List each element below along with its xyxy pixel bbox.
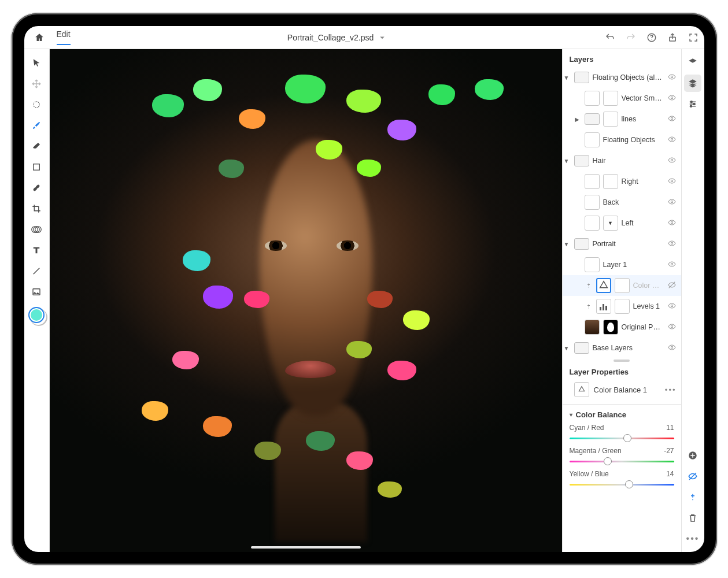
fullscreen-icon[interactable] [688, 32, 699, 43]
mask-thumb [603, 320, 618, 335]
visibility-toggle[interactable] [667, 239, 678, 250]
slider-value: 11 [666, 424, 674, 432]
visibility-toggle[interactable] [667, 114, 678, 125]
brush-tool[interactable] [27, 116, 46, 135]
slider-knob[interactable] [625, 480, 633, 488]
share-icon[interactable] [667, 32, 678, 43]
layer-properties-more-icon[interactable]: ••• [665, 386, 677, 394]
svg-point-6 [35, 187, 36, 188]
adjustment-thumb[interactable] [574, 382, 589, 397]
selection-tool[interactable] [27, 54, 46, 72]
image-tool[interactable] [27, 283, 46, 301]
slider-label: Magenta / Green [570, 447, 622, 455]
visibility-toggle[interactable] [667, 343, 678, 354]
layer-row[interactable]: ▶lines [563, 109, 681, 129]
layer-properties-title: Layer Properties [563, 364, 681, 380]
layer-row[interactable]: ▼Left [563, 213, 681, 234]
svg-rect-4 [34, 164, 40, 171]
layer-row[interactable]: Color Balance 1 [563, 275, 681, 296]
group-toggle[interactable]: ▼ [563, 158, 571, 164]
layer-thumb [585, 257, 600, 272]
color-balance-slider[interactable]: Magenta / Green-27 [563, 444, 681, 468]
layer-row[interactable]: ▼Floating Objects (always on top) [563, 67, 681, 88]
svg-rect-5 [33, 184, 40, 192]
group-toggle[interactable]: ▼ [563, 345, 571, 351]
visibility-off-icon[interactable] [684, 468, 701, 485]
visibility-toggle[interactable] [667, 197, 678, 208]
slider-knob[interactable] [623, 434, 631, 442]
layer-label: Floating Objects [603, 136, 664, 144]
redo-icon[interactable] [626, 32, 636, 43]
layer-row[interactable]: Right [563, 171, 681, 192]
canvas[interactable] [50, 49, 562, 552]
fill-tool[interactable] [27, 158, 46, 176]
layers-filled-icon[interactable] [684, 54, 701, 71]
slider-label: Cyan / Red [570, 424, 604, 432]
color-balance-slider[interactable]: Yellow / Blue14 [563, 468, 681, 491]
slider-value: -27 [664, 447, 674, 455]
slider-value: 14 [666, 470, 674, 478]
line-tool[interactable] [27, 262, 46, 280]
trash-icon[interactable] [684, 509, 701, 527]
visibility-toggle[interactable] [667, 260, 678, 271]
slider-knob[interactable] [604, 457, 612, 465]
visibility-toggle[interactable] [667, 301, 678, 312]
layer-row[interactable]: Vector Smart Object [563, 88, 681, 109]
eraser-tool[interactable] [27, 137, 46, 155]
visibility-toggle[interactable] [667, 322, 678, 333]
move-tool[interactable] [27, 75, 46, 93]
adjustment-indicator-icon[interactable] [684, 488, 701, 506]
adjustments-tool[interactable] [27, 220, 46, 239]
undo-icon[interactable] [605, 32, 615, 43]
layer-label: Layer 1 [603, 261, 664, 269]
layer-row[interactable]: Layer 1 [563, 254, 681, 275]
mask-thumb [603, 174, 618, 189]
top-bar: Edit Portrait_Collage_v2.psd [24, 26, 704, 49]
color-balance-sliders: Cyan / Red11Magenta / Green-27Yellow / B… [563, 421, 681, 491]
svg-point-15 [671, 138, 672, 140]
layer-thumb [596, 278, 611, 293]
layer-row[interactable]: ▼Base Layers [563, 338, 681, 358]
visibility-toggle[interactable] [667, 135, 678, 146]
layer-row[interactable]: Original Portrait [563, 317, 681, 338]
visibility-toggle[interactable] [667, 93, 678, 104]
layers-list[interactable]: ▼Floating Objects (always on top)Vector … [563, 67, 681, 358]
more-icon[interactable]: ••• [684, 530, 701, 547]
layer-row[interactable]: ▼Hair [563, 150, 681, 171]
healing-tool[interactable] [27, 179, 46, 197]
crop-tool[interactable] [27, 199, 46, 218]
visibility-toggle[interactable] [667, 218, 678, 229]
help-icon[interactable] [646, 32, 657, 43]
color-balance-slider[interactable]: Cyan / Red11 [563, 421, 681, 444]
panel-resize-grip[interactable] [563, 358, 681, 364]
svg-point-29 [693, 103, 695, 105]
color-balance-header[interactable]: ▾ Color Balance [563, 407, 681, 421]
layer-row[interactable]: Back [563, 192, 681, 213]
svg-point-3 [34, 102, 40, 108]
layer-thumb [585, 91, 600, 106]
color-swatch[interactable] [28, 307, 45, 323]
home-icon[interactable] [30, 28, 49, 47]
visibility-toggle[interactable] [667, 176, 678, 187]
document-dropdown-icon[interactable] [377, 32, 387, 43]
sliders-icon[interactable] [684, 95, 701, 113]
layer-label: Back [603, 198, 664, 206]
text-tool[interactable] [27, 241, 46, 260]
plus-circle-icon[interactable] [684, 447, 701, 464]
layers-panel: Layers ▼Floating Objects (always on top)… [562, 49, 681, 552]
layer-row[interactable]: ▼Portrait [563, 234, 681, 254]
lasso-tool[interactable] [27, 95, 46, 114]
layer-row[interactable]: Floating Objects [563, 129, 681, 150]
svg-point-13 [671, 97, 672, 98]
group-toggle[interactable]: ▼ [563, 241, 571, 247]
mask-thumb: ▼ [603, 216, 618, 231]
menu-edit[interactable]: Edit [57, 29, 71, 45]
group-toggle[interactable]: ▼ [563, 75, 571, 81]
visibility-toggle[interactable] [667, 155, 678, 166]
visibility-toggle[interactable] [667, 72, 678, 83]
svg-point-19 [671, 221, 672, 223]
layers-stack-icon[interactable] [684, 75, 701, 92]
layer-thumb [585, 132, 600, 147]
visibility-toggle[interactable] [667, 280, 678, 291]
layer-row[interactable]: Levels 1 [563, 296, 681, 317]
